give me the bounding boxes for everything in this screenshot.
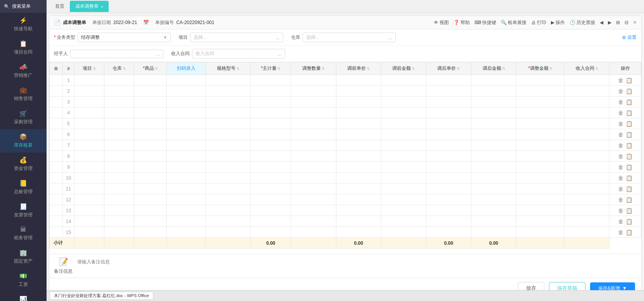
table-cell[interactable] — [167, 129, 206, 140]
table-cell[interactable] — [206, 97, 251, 107]
table-cell[interactable] — [134, 97, 167, 107]
table-cell[interactable] — [167, 107, 206, 118]
table-cell[interactable] — [291, 107, 336, 118]
delete-icon[interactable]: 🗑 — [618, 208, 623, 214]
table-cell[interactable] — [104, 86, 134, 97]
table-cell[interactable] — [291, 227, 336, 238]
table-cell[interactable] — [251, 205, 291, 216]
table-cell[interactable] — [336, 118, 381, 129]
table-cell[interactable] — [251, 86, 291, 97]
table-cell[interactable] — [381, 194, 426, 205]
table-cell[interactable] — [74, 118, 104, 129]
table-cell[interactable] — [74, 75, 104, 86]
copy-icon[interactable]: 📋 — [626, 142, 632, 149]
nav-next[interactable]: ▶ — [608, 20, 611, 25]
sidebar-item-invoice-mgmt[interactable]: 🧾 发票管理 — [0, 199, 47, 222]
th-scan[interactable]: 扫码录入 — [167, 62, 206, 75]
table-cell[interactable] — [426, 205, 471, 216]
table-cell[interactable] — [251, 75, 291, 86]
copy-icon[interactable]: 📋 — [626, 99, 632, 105]
table-cell[interactable] — [206, 162, 251, 173]
table-cell[interactable] — [134, 216, 167, 227]
delete-icon[interactable]: 🗑 — [618, 99, 623, 105]
table-cell[interactable] — [426, 86, 471, 97]
table-cell[interactable] — [251, 97, 291, 107]
delete-icon[interactable]: 🗑 — [618, 131, 623, 138]
table-cell[interactable] — [471, 140, 516, 151]
copy-icon[interactable]: 📋 — [626, 186, 632, 192]
table-cell[interactable] — [426, 107, 471, 118]
table-cell[interactable] — [381, 162, 426, 173]
table-cell[interactable] — [426, 151, 471, 162]
th-adj-qty[interactable]: 调整数量⇅ — [291, 62, 336, 75]
table-cell[interactable] — [336, 140, 381, 151]
table-cell[interactable] — [167, 97, 206, 107]
th-project[interactable]: 项目⇅ — [74, 62, 104, 75]
table-cell[interactable] — [291, 183, 336, 194]
table-cell[interactable] — [291, 194, 336, 205]
copy-icon[interactable]: 📋 — [626, 77, 632, 83]
table-cell[interactable] — [134, 194, 167, 205]
table-cell[interactable] — [134, 183, 167, 194]
table-cell[interactable] — [291, 97, 336, 107]
table-cell[interactable] — [336, 151, 381, 162]
table-cell[interactable] — [381, 151, 426, 162]
table-cell[interactable] — [251, 227, 291, 238]
table-cell[interactable] — [206, 205, 251, 216]
income-contract-input[interactable]: 收入合同 ... — [192, 49, 285, 59]
table-cell[interactable] — [74, 173, 104, 183]
table-cell[interactable] — [206, 194, 251, 205]
table-cell[interactable] — [426, 227, 471, 238]
review-action[interactable]: 🔍 检单展搜 — [501, 19, 526, 26]
delete-icon[interactable]: 🗑 — [618, 121, 623, 127]
table-cell[interactable] — [104, 107, 134, 118]
table-cell[interactable] — [134, 118, 167, 129]
table-cell[interactable] — [104, 118, 134, 129]
table-cell[interactable] — [336, 75, 381, 86]
table-cell[interactable] — [167, 75, 206, 86]
table-cell[interactable] — [336, 173, 381, 183]
tab-close-button[interactable]: × — [101, 4, 103, 9]
table-cell[interactable] — [206, 216, 251, 227]
sidebar-item-ops-mgmt[interactable]: 📊 经营管理 — [0, 292, 47, 301]
table-cell[interactable] — [291, 162, 336, 173]
delete-icon[interactable]: 🗑 — [618, 229, 623, 235]
table-cell[interactable] — [104, 216, 134, 227]
table-cell[interactable] — [336, 216, 381, 227]
delete-icon[interactable]: 🗑 — [618, 88, 623, 94]
table-cell[interactable] — [291, 140, 336, 151]
table-cell[interactable] — [104, 194, 134, 205]
agent-input[interactable]: ... — [70, 50, 163, 58]
grid-view-icon[interactable]: ⊞ — [616, 20, 620, 25]
table-cell[interactable] — [74, 227, 104, 238]
delete-icon[interactable]: 🗑 — [618, 142, 623, 149]
table-cell[interactable] — [381, 183, 426, 194]
table-cell[interactable] — [134, 107, 167, 118]
table-cell[interactable] — [74, 205, 104, 216]
copy-icon[interactable]: 📋 — [626, 153, 632, 159]
table-cell[interactable] — [206, 151, 251, 162]
table-cell[interactable] — [104, 205, 134, 216]
th-spec[interactable]: 规格型号⇅ — [206, 62, 251, 75]
history-action[interactable]: 🕐 历史票据 — [570, 19, 595, 26]
table-cell[interactable] — [471, 162, 516, 173]
operate-action[interactable]: ▶ 操作 — [551, 19, 565, 26]
table-cell[interactable] — [426, 118, 471, 129]
delete-icon[interactable]: 🗑 — [618, 77, 623, 83]
th-prev-amount[interactable]: 调前金额⇅ — [381, 62, 426, 75]
table-cell[interactable] — [74, 107, 104, 118]
table-cell[interactable] — [291, 118, 336, 129]
table-cell[interactable] — [336, 227, 381, 238]
table-cell[interactable] — [336, 205, 381, 216]
sidebar-item-salary[interactable]: 💵 工资 — [0, 268, 47, 292]
th-product[interactable]: *商品⇅ — [134, 62, 167, 75]
th-adj-amount[interactable]: *调整金额⇅ — [516, 62, 564, 75]
table-cell[interactable] — [206, 183, 251, 194]
table-cell[interactable] — [167, 183, 206, 194]
table-cell[interactable] — [74, 216, 104, 227]
table-cell[interactable] — [381, 107, 426, 118]
table-cell[interactable] — [291, 75, 336, 86]
table-cell[interactable] — [104, 183, 134, 194]
delete-icon[interactable]: 🗑 — [618, 186, 623, 192]
table-cell[interactable] — [471, 97, 516, 107]
